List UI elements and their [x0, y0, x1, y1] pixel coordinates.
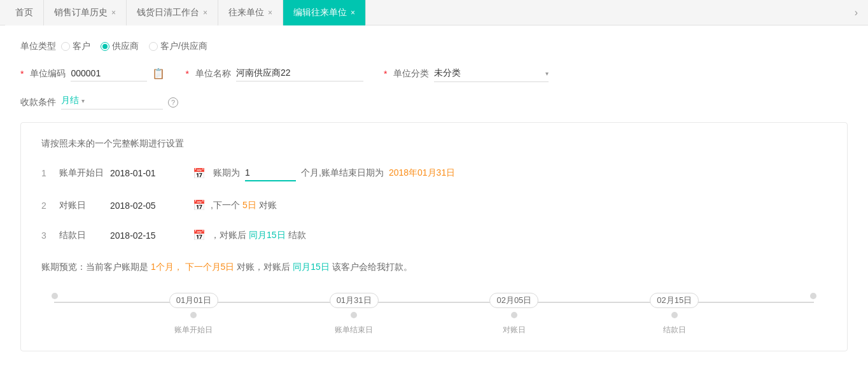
- tab-edit-partner-label: 编辑往来单位: [293, 7, 347, 18]
- preview-mid: 下一个月5日: [185, 262, 235, 272]
- radio-customer[interactable]: 客户: [61, 41, 90, 52]
- tab-edit-partner-close[interactable]: ×: [351, 8, 355, 17]
- name-label: 单位名称: [195, 68, 231, 80]
- category-chevron: ▾: [545, 70, 549, 77]
- tl-badge-3: 02月05日: [489, 293, 538, 308]
- code-input[interactable]: [71, 66, 147, 81]
- tab-partner-list-label: 往来单位: [228, 7, 264, 18]
- row2-num: 2: [41, 201, 59, 211]
- radio-customer-label: 客户: [73, 41, 90, 52]
- radio-both[interactable]: 客户/供应商: [149, 41, 207, 52]
- preview-month: 1个月，: [151, 262, 183, 272]
- row2-highlight: 5日: [242, 200, 256, 211]
- tl-badge-2: 01月31日: [330, 293, 379, 308]
- payment-select[interactable]: 月结 ▾: [61, 95, 163, 109]
- row2-post: 对账: [259, 200, 277, 211]
- timeline-point-2: 01月31日 账单结束日: [330, 293, 379, 335]
- copy-icon[interactable]: 📋: [152, 67, 165, 80]
- tab-sales-history-close[interactable]: ×: [111, 8, 116, 17]
- tab-cash-desk-close[interactable]: ×: [203, 8, 207, 17]
- radio-supplier-label: 供应商: [112, 41, 139, 52]
- tl-dot-4: [671, 312, 678, 318]
- preview-mid2: 对账，对账后: [237, 262, 290, 272]
- row3-highlight: 同月15日: [249, 230, 286, 241]
- tab-edit-partner[interactable]: 编辑往来单位 ×: [283, 0, 366, 25]
- radio-both-circle: [149, 42, 158, 51]
- unit-type-row: 单位类型 客户 供应商 客户/供应商: [20, 41, 848, 52]
- row2-date: 2018-02-05: [110, 201, 193, 211]
- question-icon[interactable]: ?: [168, 97, 178, 108]
- preview-suffix: 该客户会给我打款。: [332, 262, 412, 272]
- tl-badge-1: 01月01日: [169, 293, 218, 308]
- code-field: * 单位编码 📋: [20, 66, 165, 81]
- row3-suffix: ，对账后 同月15日 结款: [206, 230, 306, 241]
- category-value: 未分类: [434, 67, 461, 79]
- row3-num: 3: [41, 230, 59, 241]
- preview-end: 同月15日: [293, 262, 330, 272]
- tabs-arrow[interactable]: ›: [850, 7, 863, 18]
- tab-sales-history[interactable]: 销售订单历史 ×: [44, 0, 127, 25]
- category-select[interactable]: 未分类 ▾: [434, 65, 549, 82]
- category-field: * 单位分类 未分类 ▾: [384, 65, 549, 82]
- unit-type-field: 单位类型 客户 供应商 客户/供应商: [20, 41, 207, 52]
- payment-field: 收款条件 月结 ▾ ?: [20, 95, 178, 109]
- tl-label-4: 结款日: [663, 325, 686, 335]
- tab-home-label: 首页: [15, 7, 33, 18]
- tl-label-3: 对账日: [503, 325, 526, 335]
- tab-cash-desk[interactable]: 钱货日清工作台 ×: [127, 0, 218, 25]
- row1-suffix: 账期为 个月,账单结束日期为 2018年01月31日: [206, 165, 455, 181]
- box-instruction: 请按照未来的一个完整帐期进行设置: [41, 138, 827, 150]
- radio-group: 客户 供应商 客户/供应商: [61, 41, 207, 52]
- code-name-row: * 单位编码 📋 * 单位名称 * 单位分类 未分类 ▾: [20, 65, 848, 82]
- category-required: *: [384, 69, 387, 79]
- timeline-end-dot: [810, 293, 816, 299]
- config-row-3: 3 结款日 2018-02-15 📅 ，对账后 同月15日 结款: [41, 229, 827, 241]
- payment-label: 收款条件: [20, 97, 56, 108]
- row1-cal-icon[interactable]: 📅: [193, 167, 206, 179]
- tl-label-2: 账单结束日: [335, 325, 373, 335]
- timeline: 01月01日 账单开始日 01月31日 账单结束日 02月05日 对账日 02月…: [41, 293, 827, 335]
- row3-post: 结款: [288, 230, 306, 241]
- radio-customer-circle: [61, 42, 70, 51]
- row3-pre: ，对账后: [211, 230, 246, 241]
- row1-highlight: 2018年01月31日: [389, 167, 455, 179]
- name-required: *: [185, 69, 188, 79]
- row1-date: 2018-01-01: [110, 168, 193, 178]
- tl-dot-1: [190, 312, 197, 318]
- tl-badge-4: 02月15日: [650, 293, 699, 308]
- timeline-point-3: 02月05日 对账日: [489, 293, 538, 335]
- timeline-start-dot: [52, 293, 58, 299]
- payment-value: 月结: [61, 95, 79, 106]
- tab-partner-list-close[interactable]: ×: [268, 8, 272, 17]
- name-input[interactable]: [236, 66, 363, 81]
- row2-label: 对账日: [59, 200, 110, 211]
- timeline-point-4: 02月15日 结款日: [650, 293, 699, 335]
- row1-period-label: 账期为: [213, 167, 240, 179]
- code-label: 单位编码: [30, 68, 66, 80]
- row2-cal-icon[interactable]: 📅: [193, 199, 206, 211]
- row2-suffix: ,下一个 5日 对账: [206, 200, 277, 211]
- category-label: 单位分类: [393, 68, 429, 80]
- tl-dot-2: [351, 312, 357, 318]
- payment-chevron: ▾: [81, 97, 85, 104]
- tab-partner-list[interactable]: 往来单位 ×: [218, 0, 283, 25]
- payment-row: 收款条件 月结 ▾ ?: [20, 95, 848, 109]
- radio-supplier-circle: [101, 42, 109, 51]
- row3-cal-icon[interactable]: 📅: [193, 229, 206, 241]
- radio-supplier[interactable]: 供应商: [101, 41, 139, 52]
- config-row-2: 2 对账日 2018-02-05 📅 ,下一个 5日 对账: [41, 199, 827, 211]
- unit-type-label: 单位类型: [20, 41, 56, 52]
- code-required: *: [20, 69, 24, 79]
- row1-label: 账单开始日: [59, 167, 110, 179]
- config-box: 请按照未来的一个完整帐期进行设置 1 账单开始日 2018-01-01 📅 账期…: [20, 122, 848, 351]
- tl-dot-3: [511, 312, 517, 318]
- row2-pre: ,下一个: [211, 200, 240, 211]
- tl-label-1: 账单开始日: [174, 325, 213, 335]
- timeline-points: 01月01日 账单开始日 01月31日 账单结束日 02月05日 对账日 02月…: [52, 293, 816, 335]
- tab-home[interactable]: 首页: [5, 0, 44, 25]
- tab-sales-history-label: 销售订单历史: [54, 7, 108, 18]
- period-input[interactable]: [245, 165, 296, 181]
- tab-cash-desk-label: 钱货日清工作台: [137, 7, 199, 18]
- tabs-bar: 首页 销售订单历史 × 钱货日清工作台 × 往来单位 × 编辑往来单位 × ›: [0, 0, 868, 25]
- row3-date: 2018-02-15: [110, 230, 193, 241]
